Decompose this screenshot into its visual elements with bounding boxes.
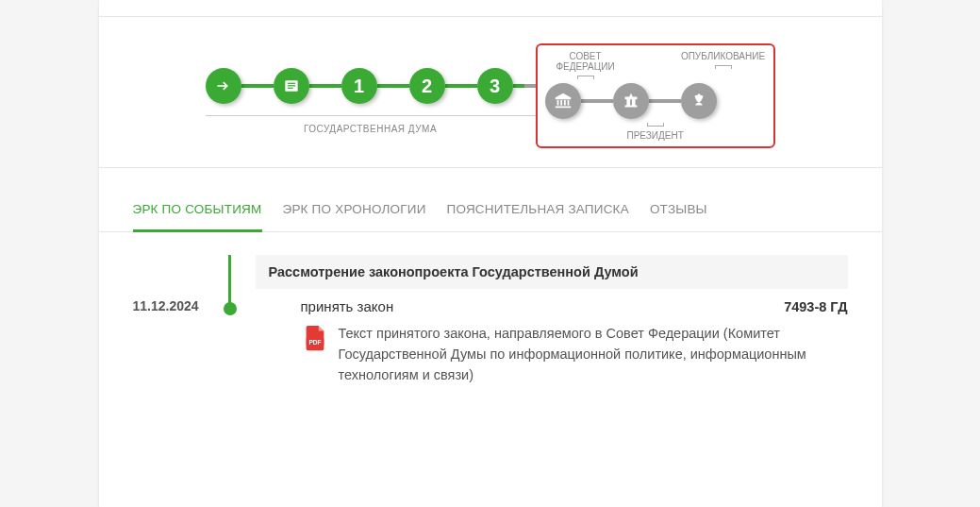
sovfed-label: СОВЕТ ФЕДЕРАЦИИ (545, 51, 626, 72)
document-link[interactable]: Текст принятого закона, направляемого в … (339, 324, 848, 385)
svg-text:PDF: PDF (308, 339, 321, 346)
connector (241, 84, 274, 88)
connector (581, 99, 613, 103)
publication-label: ОПУБЛИКОВАНИЕ (681, 51, 766, 61)
pdf-icon[interactable]: PDF (301, 324, 329, 356)
stage-reading-3: 3 (477, 68, 513, 104)
tab-explanatory-note[interactable]: ПОЯСНИТЕЛЬНАЯ ЗАПИСКА (447, 202, 629, 231)
stage-reading-1: 1 (341, 68, 377, 104)
tabs: ЭРК ПО СОБЫТИЯМ ЭРК ПО ХРОНОЛОГИИ ПОЯСНИ… (99, 168, 882, 232)
connector (309, 84, 341, 88)
tab-events[interactable]: ЭРК ПО СОБЫТИЯМ (133, 202, 262, 232)
stage-sovfed-icon (545, 83, 581, 119)
top-divider (99, 0, 882, 17)
connector (513, 84, 536, 88)
svg-rect-1 (287, 83, 294, 84)
stage-reading-2: 2 (409, 68, 445, 104)
event-header: Рассмотрение законопроекта Государственн… (256, 255, 848, 289)
svg-rect-2 (287, 85, 294, 86)
event-action: принять закон (301, 298, 394, 314)
stage-start-icon (206, 68, 241, 104)
event-number: 7493-8 ГД (784, 299, 847, 314)
stage-publication-icon (681, 83, 717, 119)
tab-reviews[interactable]: ОТЗЫВЫ (650, 202, 707, 231)
connector (377, 84, 409, 88)
main-card: 1 2 3 ГОСУДАРСТВЕННАЯ ДУМА СОВЕТ ФЕДЕРАЦ… (99, 0, 882, 507)
duma-label: ГОСУДАРСТВЕННАЯ ДУМА (206, 115, 536, 134)
event-content: 11.12.2024 Рассмотрение законопроекта Го… (99, 232, 882, 432)
president-label: ПРЕЗИДЕНТ (627, 130, 684, 141)
highlighted-stages: СОВЕТ ФЕДЕРАЦИИ ОПУБЛИКОВАНИЕ (536, 43, 775, 148)
stage-president-icon (613, 83, 649, 119)
timeline (224, 255, 237, 385)
connector (445, 84, 477, 88)
process-diagram: 1 2 3 ГОСУДАРСТВЕННАЯ ДУМА СОВЕТ ФЕДЕРАЦ… (99, 17, 882, 168)
stage-intro-icon (274, 68, 309, 104)
tab-chronology[interactable]: ЭРК ПО ХРОНОЛОГИИ (283, 202, 426, 231)
connector (649, 99, 681, 103)
event-date: 11.12.2024 (133, 255, 205, 385)
svg-rect-3 (287, 88, 292, 89)
